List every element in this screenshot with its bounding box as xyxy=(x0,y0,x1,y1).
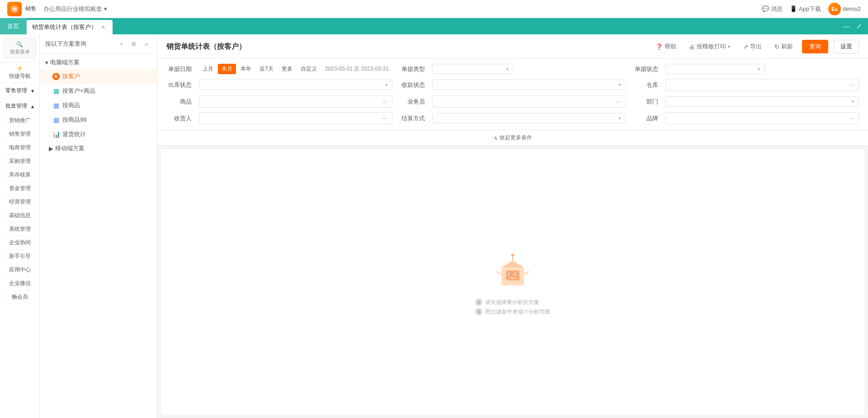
warehouse-control: ··· xyxy=(665,79,859,91)
department-select[interactable]: ▾ xyxy=(665,96,859,107)
mobile-expand-icon: ▶ xyxy=(49,145,53,152)
help-button[interactable]: ❓ 帮助 xyxy=(652,41,680,52)
industry-selector[interactable]: 办公用品行业模拟账套 ▾ xyxy=(40,3,111,15)
export-button[interactable]: ↗ 导出 xyxy=(740,41,765,52)
edit-scheme-button[interactable]: ⚙ xyxy=(129,39,139,49)
tab-close-icon[interactable]: ✕ xyxy=(99,24,107,31)
sidebar-operations[interactable]: 经营管理 xyxy=(0,195,39,209)
sidebar-marketing[interactable]: 营销推广 xyxy=(0,114,39,128)
tree-group-desktop[interactable]: ▾ 电脑端方案 xyxy=(40,56,157,69)
tab-home[interactable]: 首页 xyxy=(0,18,27,34)
filter-area: 单据日期 上月 本月 本年 近7天 更多 自定义 2023-03-01 至 20… xyxy=(157,58,868,130)
app-download-button[interactable]: 📱 App下载 xyxy=(790,5,821,13)
filter-row-3: 商品 ··· 业务员 ··· 部门 xyxy=(166,95,859,108)
sidebar-inventory[interactable]: 库存核算 xyxy=(0,168,39,182)
settlement-select[interactable]: ▾ xyxy=(432,113,626,124)
tree-item-returns[interactable]: 📊 退货统计 xyxy=(40,127,157,142)
date-tab-this-month[interactable]: 本月 xyxy=(218,64,236,74)
date-tab-this-year[interactable]: 本年 xyxy=(237,64,255,74)
date-tab-7days[interactable]: 近7天 xyxy=(256,64,277,74)
main-layout: 🔍 搜索菜单 ⚡ 快捷导航 零售管理 ▾ 批发管理 ▴ 营销推广 销售管理 电商… xyxy=(0,34,868,418)
sidebar-ecommerce[interactable]: 电商管理 xyxy=(0,141,39,155)
collapse-bar[interactable]: ∧ 收起更多条件 xyxy=(157,130,868,146)
refresh-button[interactable]: ↻ 刷新 xyxy=(771,41,797,52)
print-button[interactable]: 🖨 按模板打印 ▾ xyxy=(685,41,734,52)
date-tab-more[interactable]: 更多 xyxy=(278,64,296,74)
order-status-arrow: ▾ xyxy=(758,66,760,71)
tab-maximize-button[interactable]: ⤢ xyxy=(854,21,864,32)
tab-bar-actions: — ⤢ xyxy=(837,21,868,32)
brand-logo: 销 xyxy=(7,2,22,16)
payment-select[interactable]: ▾ xyxy=(432,80,626,90)
returns-label: 退货统计 xyxy=(62,130,86,138)
tree-item-by-customer[interactable]: 客 按客户 xyxy=(40,69,157,84)
tree-item-by-goods[interactable]: ▦ 按商品 xyxy=(40,98,157,113)
filter-row-2: 出库状态 ▾ 收款状态 ▾ 仓库 xyxy=(166,79,859,91)
page-title: 销货单统计表（按客户） xyxy=(166,42,246,52)
sidebar-newbie[interactable]: 新手引导 xyxy=(0,250,39,263)
sidebar-cooperation[interactable]: 企业协同 xyxy=(0,236,39,250)
date-tab-last-month[interactable]: 上月 xyxy=(199,64,217,74)
outbound-select[interactable]: ▾ xyxy=(199,80,392,90)
help-icon: ❓ xyxy=(656,43,663,50)
sidebar-purchase[interactable]: 采购管理 xyxy=(0,155,39,168)
tree-item-customer-goods[interactable]: ▦ 按客户+商品 xyxy=(40,84,157,98)
order-type-select[interactable]: ▾ xyxy=(432,64,514,74)
order-status-select[interactable]: ▾ xyxy=(665,64,765,74)
brand-name: 销售 xyxy=(25,5,36,12)
tab-sales-stats[interactable]: 销货单统计表（按客户） ✕ xyxy=(27,20,113,34)
sidebar-quick-nav[interactable]: ⚡ 快捷导航 xyxy=(0,62,39,83)
goods-input[interactable]: ··· xyxy=(199,95,392,108)
industry-label: 办公用品行业模拟账套 xyxy=(43,5,102,13)
settings-button[interactable]: 设置 xyxy=(834,40,859,53)
sidebar-retail-mgmt[interactable]: 零售管理 ▾ xyxy=(0,83,39,99)
message-button[interactable]: 💬 消息 xyxy=(762,5,783,13)
members-label: 畅会员 xyxy=(12,294,28,300)
settlement-control: ▾ xyxy=(432,113,626,124)
user-profile[interactable]: Ea demo2 xyxy=(828,3,861,15)
order-type-label: 单据类型 xyxy=(400,65,425,73)
retail-arrow: ▾ xyxy=(31,88,34,94)
message-icon: 💬 xyxy=(762,5,769,12)
sidebar-wechat[interactable]: 企业微信 xyxy=(0,277,39,290)
sales-mgmt-label: 销售管理 xyxy=(9,131,31,137)
empty-hints: 请先选择要分析的方案 用过滤条件来缩小分析范围 xyxy=(475,298,550,317)
left-panel-actions: ＋ ⚙ « xyxy=(116,39,151,49)
tree-item-goods99[interactable]: ▦ 按商品99 xyxy=(40,113,157,127)
sidebar-app-center[interactable]: 应用中心 xyxy=(0,263,39,277)
sidebar-finance[interactable]: 资金管理 xyxy=(0,182,39,195)
tree-group-mobile[interactable]: ▶ 移动端方案 xyxy=(40,142,157,155)
svg-point-7 xyxy=(516,274,517,275)
empty-icon xyxy=(490,247,535,292)
sidebar-sales-mgmt[interactable]: 销售管理 xyxy=(0,128,39,141)
search-icon: 🔍 xyxy=(16,41,23,48)
warehouse-input[interactable]: ··· xyxy=(665,79,859,91)
tab-sales-stats-label: 销货单统计表（按客户） xyxy=(32,23,97,31)
svg-point-9 xyxy=(511,254,514,256)
query-button[interactable]: 查询 xyxy=(802,40,828,53)
svg-line-11 xyxy=(524,272,528,274)
consignee-input[interactable]: ··· xyxy=(199,112,392,124)
sidebar-base-info[interactable]: 基础信息 xyxy=(0,209,39,223)
add-scheme-button[interactable]: ＋ xyxy=(116,39,126,49)
export-icon: ↗ xyxy=(743,43,748,50)
date-tab-custom[interactable]: 自定义 xyxy=(297,64,321,74)
sidebar-members[interactable]: 畅会员 xyxy=(0,290,39,304)
print-icon: 🖨 xyxy=(689,43,695,50)
base-info-label: 基础信息 xyxy=(9,212,31,218)
salesperson-dots: ··· xyxy=(616,98,621,105)
order-status-control: ▾ xyxy=(665,64,859,74)
sidebar-system[interactable]: 系统管理 xyxy=(0,223,39,236)
consignee-dots: ··· xyxy=(382,115,387,122)
avatar: Ea xyxy=(828,3,841,15)
date-tabs: 上月 本月 本年 近7天 更多 自定义 xyxy=(199,64,321,74)
collapse-panel-button[interactable]: « xyxy=(142,39,151,49)
left-panel: 按以下方案查询 ＋ ⚙ « ▾ 电脑端方案 客 按客户 ▦ 按客户+商品 ▦ xyxy=(40,34,157,418)
tab-minimize-button[interactable]: — xyxy=(841,21,852,32)
department-control: ▾ xyxy=(665,96,859,107)
by-customer-icon: 客 xyxy=(52,73,60,80)
sidebar-wholesale-mgmt[interactable]: 批发管理 ▴ xyxy=(0,99,39,114)
search-menu-button[interactable]: 🔍 搜索菜单 xyxy=(4,38,36,58)
salesperson-input[interactable]: ··· xyxy=(432,95,626,108)
brand-input[interactable]: ··· xyxy=(665,112,859,124)
